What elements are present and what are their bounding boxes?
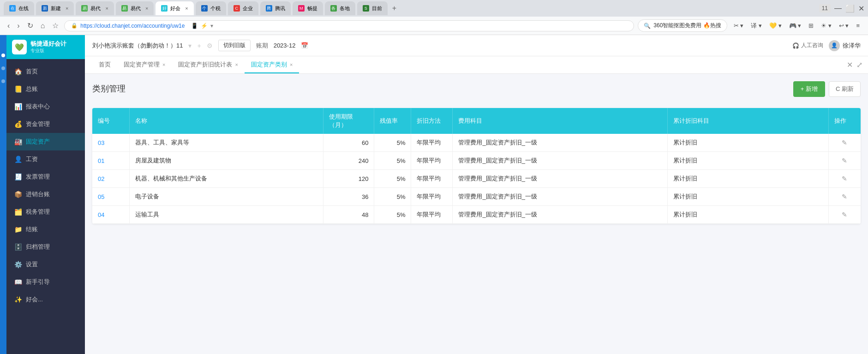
edit-icon[interactable]: ✎	[842, 139, 847, 146]
tab-new[interactable]: 新 新建 ×	[36, 1, 74, 15]
tab-gedi[interactable]: 各 各地	[325, 1, 355, 15]
code-link[interactable]: 01	[98, 157, 104, 164]
sidebar-item-purchase-sale[interactable]: 📦 进销台账	[6, 186, 85, 203]
tab-home[interactable]: 首页	[92, 57, 117, 73]
brightness-tool[interactable]: ☀ ▾	[818, 21, 834, 30]
tab-close-icon[interactable]: ×	[185, 6, 188, 11]
close-window-icon[interactable]: ✕	[858, 4, 864, 13]
service-button[interactable]: 🎧 人工咨询	[792, 42, 823, 49]
strip-dot-3[interactable]	[1, 79, 5, 83]
back-button[interactable]: ‹	[6, 20, 12, 32]
cell-period: 36	[323, 188, 374, 206]
sidebar-item-general-ledger[interactable]: 📒 总账	[6, 80, 85, 98]
tab-fixed-assets-mgmt[interactable]: 固定资产管理 ×	[117, 57, 172, 73]
grid-tool[interactable]: ⊞	[806, 21, 816, 30]
edit-icon[interactable]: ✎	[842, 193, 847, 200]
expand-icon[interactable]: ⤢	[856, 60, 862, 69]
tab-asset-category[interactable]: 固定资产类别 ×	[245, 57, 299, 73]
tab-haohui[interactable]: 好 好会 ×	[156, 1, 193, 15]
home-button[interactable]: ⌂	[39, 20, 47, 32]
edit-icon[interactable]: ✎	[842, 175, 847, 182]
calendar-icon[interactable]: 📅	[301, 42, 308, 49]
tab-close-icon[interactable]: ×	[105, 6, 108, 11]
user-menu[interactable]: 👤 徐泽华	[829, 40, 861, 51]
cell-period: 240	[323, 152, 374, 170]
tab-qiye[interactable]: C 企业	[228, 1, 258, 15]
tab-geshui[interactable]: 个 个税	[196, 1, 226, 15]
edit-icon[interactable]: ✎	[842, 157, 847, 164]
sidebar-item-funds[interactable]: 💰 资金管理	[6, 115, 85, 133]
translate-tool[interactable]: 译 ▾	[748, 20, 765, 31]
wallet-tool[interactable]: 💛 ▾	[766, 21, 784, 30]
th-method: 折旧方法	[411, 108, 453, 134]
tab-changte[interactable]: M 畅提	[293, 1, 323, 15]
cell-method: 年限平均	[411, 152, 453, 170]
address-input[interactable]: 🔒 https://cloud.chanjet.com/accounting/u…	[64, 20, 634, 31]
dropdown-icon[interactable]: ▾	[188, 42, 192, 49]
code-link[interactable]: 02	[98, 175, 104, 182]
url-display: https://cloud.chanjet.com/accounting/uw1…	[80, 23, 185, 29]
restore-icon[interactable]: ⬜	[845, 4, 855, 13]
code-link[interactable]: 04	[98, 211, 104, 218]
switch-version-button[interactable]: 切到旧版	[218, 40, 251, 51]
strip-dot-2[interactable]	[1, 66, 5, 70]
sidebar-item-home[interactable]: 🏠 首页	[6, 63, 85, 80]
sidebar-item-reports[interactable]: 📊 报表中心	[6, 98, 85, 115]
tab-depreciation-stats[interactable]: 固定资产折旧统计表 ×	[172, 57, 244, 73]
tab-muqian[interactable]: S 目前	[357, 1, 388, 15]
tab-yidai2[interactable]: 易 易代 ×	[116, 1, 154, 15]
app-header: 刘小艳演示账套（勿删勿动！）11 ▾ + ⚙ 切到旧版 账期 2023-12 📅…	[85, 35, 868, 56]
collapse-icon[interactable]: ✕	[847, 60, 853, 69]
header-right: 🎧 人工咨询 👤 徐泽华	[792, 40, 861, 51]
add-button[interactable]: + 新增	[793, 81, 825, 97]
th-period: 使用期限（月）	[323, 108, 374, 134]
settings-gear-icon[interactable]: ⚙	[207, 42, 213, 49]
sidebar-item-payroll[interactable]: 👤 工资	[6, 150, 85, 168]
tab-yidai1[interactable]: 易 易代 ×	[76, 1, 114, 15]
tab-close-icon[interactable]: ×	[66, 6, 68, 11]
undo-tool[interactable]: ↩ ▾	[836, 21, 852, 30]
code-link[interactable]: 03	[98, 139, 104, 146]
minimize-icon[interactable]: —	[834, 4, 842, 12]
forward-button[interactable]: ›	[15, 20, 21, 32]
bookmark-button[interactable]: ☆	[50, 19, 60, 32]
tab-online[interactable]: 在 在线	[4, 1, 34, 15]
sidebar-item-tax[interactable]: 🗂️ 税务管理	[6, 203, 85, 221]
table-body: 03 器具、工具、家具等 60 5% 年限平均 管理费用_固定资产折旧_一级 累…	[92, 134, 861, 224]
cut-tool[interactable]: ✂ ▾	[731, 21, 747, 30]
username-display: 徐泽华	[843, 42, 861, 50]
tab-tengxun[interactable]: 腾 腾讯	[260, 1, 291, 15]
sidebar-item-close-period[interactable]: 📁 结账	[6, 221, 85, 238]
strip-dot-1[interactable]	[1, 54, 5, 57]
tab-assets-mgmt-close[interactable]: ×	[162, 62, 165, 67]
sidebar-item-settings[interactable]: ⚙️ 设置	[6, 256, 85, 273]
new-tab-button[interactable]: +	[389, 4, 399, 12]
edit-icon[interactable]: ✎	[842, 211, 847, 218]
cell-name: 运输工具	[129, 206, 323, 224]
code-link[interactable]: 05	[98, 193, 104, 200]
search-box[interactable]: 🔍 360智能抠图免费用 🔥热搜	[638, 19, 727, 32]
tab-category-close[interactable]: ×	[290, 62, 293, 67]
menu-tool[interactable]: ≡	[853, 21, 862, 30]
sidebar-item-haohui[interactable]: ✨ 好会...	[6, 291, 85, 308]
expand-icon: ▾	[210, 23, 213, 29]
sidebar-item-archive[interactable]: 🗄️ 归档管理	[6, 238, 85, 256]
table-header-row: 编号 名称 使用期限（月） 残值率 折旧方法 费用科目 累计折旧科目 操作	[92, 108, 861, 134]
cell-period: 120	[323, 170, 374, 188]
user-company: 刘小艳演示账套（勿删勿动！）11	[92, 42, 183, 50]
refresh-button[interactable]: C 刷新	[829, 81, 861, 97]
device-icon: 📱	[191, 23, 198, 29]
cell-code: 02	[92, 170, 129, 188]
game-tool[interactable]: 🎮 ▾	[786, 21, 804, 30]
sidebar-item-fixed-assets[interactable]: 🏭 固定资产	[6, 133, 85, 150]
tab-depreciation-close[interactable]: ×	[235, 62, 238, 67]
cell-expense: 管理费用_固定资产折旧_一级	[453, 188, 667, 206]
reload-button[interactable]: ↻	[25, 19, 35, 32]
table-row: 04 运输工具 48 5% 年限平均 管理费用_固定资产折旧_一级 累计折旧 ✎	[92, 206, 861, 224]
sidebar-item-guide[interactable]: 📖 新手引导	[6, 273, 85, 291]
add-company-icon[interactable]: +	[197, 42, 201, 49]
report-icon: 📊	[14, 102, 22, 111]
sidebar-item-invoice[interactable]: 🧾 发票管理	[6, 168, 85, 186]
tab-close-icon[interactable]: ×	[145, 6, 148, 11]
cell-method: 年限平均	[411, 188, 453, 206]
